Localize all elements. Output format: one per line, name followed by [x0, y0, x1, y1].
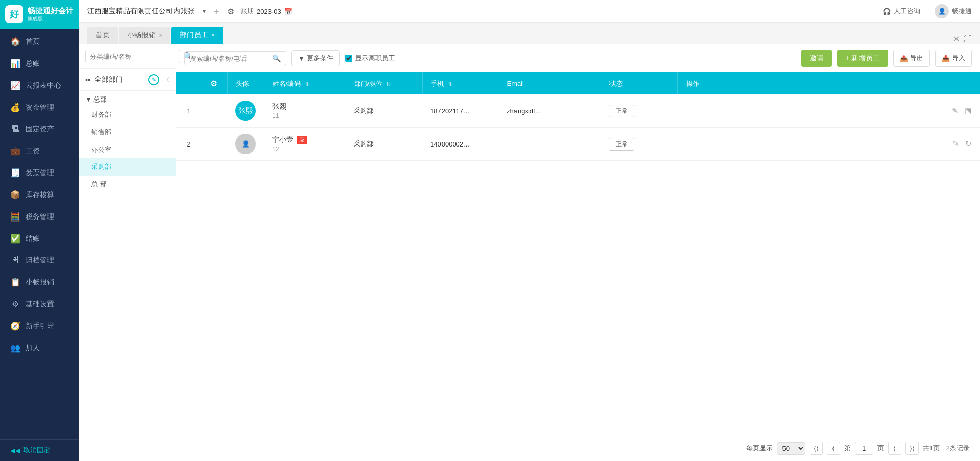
cell-dept-2: 采购部: [346, 128, 422, 161]
calendar-icon[interactable]: 📅: [284, 8, 292, 15]
dept-collapse-icon[interactable]: 《: [163, 76, 169, 84]
logout-icon-1[interactable]: ⬔: [965, 106, 972, 115]
cell-avatar-1: 张熙: [227, 94, 264, 128]
expense-icon: 📋: [10, 277, 20, 287]
topbar-settings-icon[interactable]: ⚙: [227, 7, 234, 16]
dept-item-hq[interactable]: 总 部: [79, 176, 176, 193]
cell-phone-1: 187202117...: [422, 94, 499, 128]
sidebar-item-add-user[interactable]: 👥 加人: [0, 337, 79, 359]
col-header-actions: 操作: [677, 72, 980, 94]
column-settings-icon[interactable]: ⚙: [210, 79, 217, 88]
tab-home[interactable]: 首页: [87, 27, 118, 44]
customer-service-button[interactable]: 🎧 人工咨询: [883, 7, 920, 16]
employee-table: ⚙ 头像 姓名/编码 ⇅ 部门/职位 ⇅ 手机 ⇅: [176, 72, 980, 161]
table-row: 2 👤 宁小壹 应: [176, 128, 980, 161]
cell-actions-2: ✎ ↻: [677, 128, 980, 161]
tab-expense-close[interactable]: ×: [159, 32, 162, 39]
sidebar-item-settings[interactable]: ⚙ 基础设置: [0, 293, 79, 315]
cell-settings-1: [202, 94, 227, 128]
page-size-select[interactable]: 50 10 20 100: [777, 442, 805, 455]
add-employee-button[interactable]: + 新增员工: [837, 50, 888, 67]
show-resigned-input[interactable]: [345, 55, 352, 62]
invite-button[interactable]: 邀请: [801, 50, 832, 67]
page-last-button[interactable]: ⟩⟩: [905, 442, 919, 455]
sidebar-item-invoice[interactable]: 🧾 发票管理: [0, 162, 79, 184]
sidebar-item-fixed-assets[interactable]: 🏗 固定资产: [0, 118, 79, 140]
col-header-name[interactable]: 姓名/编码 ⇅: [264, 72, 346, 94]
export-label: 导出: [910, 54, 923, 63]
tab-department[interactable]: 部门员工 ×: [172, 27, 223, 44]
sidebar-item-expense[interactable]: 📋 小畅报销: [0, 271, 79, 293]
tab-department-label: 部门员工: [180, 31, 208, 40]
sidebar-item-reports[interactable]: 📈 云报表中心: [0, 75, 79, 96]
page-prev-button[interactable]: ⟨: [827, 442, 840, 455]
period-label: 账期 2023-03 📅: [240, 7, 292, 16]
cell-dept-1: 采购部: [346, 94, 422, 128]
payroll-icon: 💼: [10, 146, 20, 156]
employee-search-icon[interactable]: 🔍: [272, 54, 281, 62]
filter-button[interactable]: ▼ 更多条件: [291, 50, 340, 66]
sidebar-item-archive[interactable]: 🗄 归档管理: [0, 250, 79, 271]
dept-grid-icon: ▪▪: [85, 76, 90, 84]
employee-search-box: 🔍: [184, 51, 286, 65]
tab-close-all-icon[interactable]: ✕: [953, 34, 960, 44]
dept-search-input[interactable]: [85, 50, 180, 63]
col-header-dept[interactable]: 部门/职位 ⇅: [346, 72, 422, 94]
refresh-icon-2[interactable]: ↻: [965, 139, 972, 149]
show-resigned-checkbox[interactable]: 显示离职员工: [345, 54, 395, 63]
page-prefix: 第: [844, 444, 851, 453]
user-menu[interactable]: 👤 畅捷通: [935, 4, 972, 18]
dept-item-office[interactable]: 办公室: [79, 141, 176, 158]
page-total: 共1页，2条记录: [923, 444, 970, 453]
page-next-button[interactable]: ⟩: [888, 442, 901, 455]
page-first-button[interactable]: ⟨⟨: [810, 442, 823, 455]
sidebar-item-close-accounts[interactable]: ✅ 结账: [0, 228, 79, 250]
dept-item-finance[interactable]: 财务部: [79, 106, 176, 124]
import-button[interactable]: 📥 导入: [935, 50, 972, 67]
logo-text-block: 畅捷通好会计 旗舰版: [28, 6, 74, 22]
sidebar-item-funds[interactable]: 💰 资金管理: [0, 96, 79, 118]
cell-name-1: 张熙 11: [264, 94, 346, 128]
invoice-icon: 🧾: [10, 168, 20, 178]
tab-expense[interactable]: 小畅报销 ×: [119, 27, 170, 44]
name-code-1: 张熙 11: [272, 102, 337, 119]
dept-all-header: ▪▪ 全部部门 ✎ 《: [79, 69, 176, 91]
dept-all-label[interactable]: 全部部门: [94, 75, 144, 84]
tab-maximize-icon[interactable]: ⛶: [964, 35, 972, 44]
avatar-1: 张熙: [235, 101, 256, 121]
dept-item-sales[interactable]: 销售部: [79, 124, 176, 141]
sidebar-item-home[interactable]: 🏠 首页: [0, 31, 79, 53]
tab-department-close[interactable]: ×: [211, 32, 215, 39]
topbar: 江西服宝精品有限责任公司内账张 ▾ ＋ ⚙ 账期 2023-03 📅 🎧 人工咨…: [79, 0, 980, 23]
dept-edit-button[interactable]: ✎: [148, 74, 159, 85]
col-header-status: 状态: [601, 72, 677, 94]
archive-icon: 🗄: [10, 256, 20, 265]
col-header-phone[interactable]: 手机 ⇅: [422, 72, 499, 94]
cell-avatar-2: 👤: [227, 128, 264, 161]
app-subtitle: 旗舰版: [28, 15, 74, 22]
topbar-add-icon[interactable]: ＋: [212, 5, 221, 17]
sidebar-unpin-button[interactable]: ◀◀ 取消固定: [0, 439, 79, 461]
sidebar-item-guide[interactable]: 🧭 新手引导: [0, 315, 79, 337]
reports-icon: 📈: [10, 81, 20, 90]
dept-item-purchasing[interactable]: 采购部: [79, 158, 176, 176]
col-header-settings[interactable]: ⚙: [202, 72, 227, 94]
company-dropdown-icon[interactable]: ▾: [203, 8, 206, 15]
edit-icon-1[interactable]: ✎: [952, 106, 959, 115]
cell-no-2: 2: [176, 128, 202, 161]
sidebar-label-invoice: 发票管理: [26, 168, 54, 178]
sidebar-item-tax[interactable]: 🧮 税务管理: [0, 206, 79, 228]
page-number-input[interactable]: [855, 442, 873, 455]
export-button[interactable]: 📤 导出: [893, 50, 930, 67]
main-area: 江西服宝精品有限责任公司内账张 ▾ ＋ ⚙ 账期 2023-03 📅 🎧 人工咨…: [79, 0, 980, 461]
tab-expense-label: 小畅报销: [127, 31, 156, 40]
employee-search-input[interactable]: [190, 55, 269, 62]
edit-icon-2[interactable]: ✎: [952, 139, 959, 149]
cell-email-2: [499, 128, 601, 161]
sidebar-item-inventory[interactable]: 📦 库存核算: [0, 184, 79, 206]
sidebar-item-payroll[interactable]: 💼 工资: [0, 140, 79, 162]
status-badge-1: 正常: [609, 105, 634, 117]
sidebar-label-funds: 资金管理: [26, 103, 54, 112]
sidebar-item-ledger[interactable]: 📊 总账: [0, 53, 79, 75]
status-badge-2: 正常: [609, 138, 634, 151]
